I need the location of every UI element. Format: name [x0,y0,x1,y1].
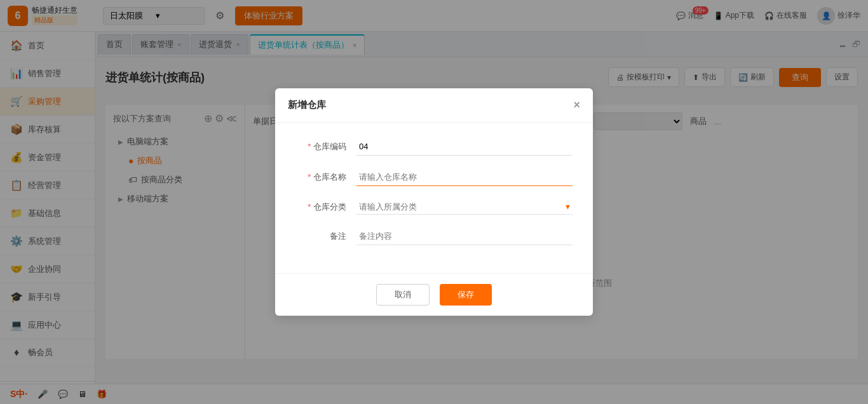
category-chevron-icon[interactable]: ▾ [566,201,570,212]
form-row-name: 仓库名称 [295,168,573,186]
form-row-category: 仓库分类 ▾ [295,199,573,215]
note-input[interactable] [356,227,573,245]
modal-overlay[interactable]: 新增仓库 × 仓库编码 仓库名称 仓库分类 ▾ [0,0,868,404]
name-input[interactable] [356,168,573,186]
modal-footer: 取消 保存 [275,273,593,316]
form-row-note: 备注 [295,227,573,245]
name-label: 仓库名称 [295,172,346,183]
code-label: 仓库编码 [295,141,346,152]
note-label: 备注 [295,231,346,242]
modal-body: 仓库编码 仓库名称 仓库分类 ▾ 备注 [275,123,593,273]
form-row-code: 仓库编码 [295,138,573,156]
modal-header: 新增仓库 × [275,88,593,123]
save-button[interactable]: 保存 [440,284,492,306]
cancel-button[interactable]: 取消 [376,284,430,306]
category-input[interactable] [359,202,566,212]
code-input[interactable] [356,138,573,156]
new-warehouse-modal: 新增仓库 × 仓库编码 仓库名称 仓库分类 ▾ [275,88,593,316]
modal-title: 新增仓库 [288,99,326,111]
category-label: 仓库分类 [295,201,346,213]
modal-close-button[interactable]: × [573,98,580,112]
category-select-wrapper: ▾ [356,199,573,215]
